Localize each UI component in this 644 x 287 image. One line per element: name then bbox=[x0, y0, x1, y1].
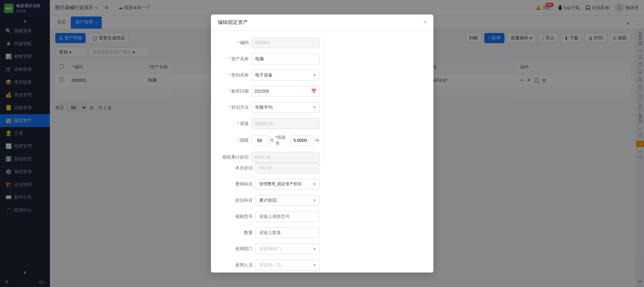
monthly-dep-input bbox=[255, 163, 319, 173]
form-item-original-value: *原值 bbox=[222, 118, 319, 129]
modal-title: 编辑固定资产 bbox=[218, 19, 248, 26]
person-dropdown-icon: ▾ bbox=[313, 262, 316, 267]
residual-rate-label: *残值率 bbox=[275, 134, 289, 147]
form-item-purchase-date: *购买日期 202206 📅 bbox=[222, 86, 319, 97]
form-item-initial-dep: 期初累计折旧 bbox=[222, 152, 319, 163]
quantity-label: 数量 bbox=[226, 230, 253, 236]
dep-subject-dropdown-icon: ▾ bbox=[313, 198, 316, 203]
modal-close-btn[interactable]: × bbox=[423, 19, 426, 25]
dep-method-label: *折旧方法 bbox=[222, 104, 249, 110]
form-item-dep-method: *折旧方法 年限平均 ▾ bbox=[222, 102, 319, 113]
person-label: 使用人员 bbox=[226, 262, 253, 268]
form-right-col: 本月折旧 费用科目 管理费用_固定资产折旧 ▾ bbox=[218, 163, 324, 273]
purchase-date-label: *购买日期 bbox=[222, 88, 249, 94]
purchase-date-input[interactable]: 202206 📅 bbox=[251, 86, 319, 97]
form-item-dep-subject: 折旧科目 累计折旧 ▾ bbox=[226, 195, 319, 206]
modal-overlay: 编辑固定资产 × *编码 *资产名称 bbox=[0, 0, 644, 287]
dept-label: 使用部门 bbox=[226, 246, 253, 252]
period-label: *期限 bbox=[222, 137, 249, 144]
spec-input[interactable] bbox=[255, 211, 319, 222]
expense-subject-label: 费用科目 bbox=[226, 181, 253, 187]
category-label: *类别名称 bbox=[222, 72, 249, 78]
calendar-icon: 📅 bbox=[311, 89, 316, 94]
dep-method-dropdown-icon: ▾ bbox=[313, 105, 316, 110]
form-item-spec: 规格型号 bbox=[226, 211, 319, 222]
form-item-dept: 使用部门 请选择部门 ▾ bbox=[226, 244, 319, 254]
quantity-input[interactable] bbox=[255, 227, 319, 238]
asset-name-input[interactable] bbox=[251, 54, 319, 64]
form-left-col: *编码 *资产名称 *类别名称 bbox=[218, 37, 324, 163]
form-item-category: *类别名称 电子设备 ▾ bbox=[222, 70, 319, 81]
edit-asset-modal: 编辑固定资产 × *编码 *资产名称 bbox=[211, 14, 433, 273]
original-value-label: *原值 bbox=[222, 121, 249, 127]
dept-dropdown-icon: ▾ bbox=[313, 246, 316, 251]
code-input[interactable] bbox=[251, 37, 319, 48]
form-item-quantity: 数量 bbox=[226, 227, 319, 238]
asset-name-label: *资产名称 bbox=[222, 56, 249, 62]
dep-subject-label: 折旧科目 bbox=[226, 197, 253, 203]
form-item-code: *编码 bbox=[222, 37, 319, 48]
person-select[interactable]: 请选择人员 ▾ bbox=[255, 260, 319, 270]
residual-rate-unit: % bbox=[315, 138, 319, 143]
initial-dep-label: 期初累计折旧 bbox=[222, 154, 249, 160]
form-item-period: *期限 月 *残值率 % bbox=[222, 134, 319, 147]
category-dropdown-icon: ▾ bbox=[313, 72, 316, 77]
period-unit-label: 月 bbox=[270, 137, 274, 144]
period-input[interactable] bbox=[251, 135, 268, 146]
period-row: 月 *残值率 % bbox=[251, 134, 319, 147]
expense-dropdown-icon: ▾ bbox=[313, 182, 316, 187]
dep-method-select[interactable]: 年限平均 ▾ bbox=[251, 102, 319, 113]
modal-header: 编辑固定资产 × bbox=[211, 14, 433, 31]
monthly-dep-label: 本月折旧 bbox=[226, 165, 253, 171]
form-item-monthly-dep: 本月折旧 bbox=[226, 163, 319, 173]
form-divider bbox=[324, 37, 324, 163]
form-item-person: 使用人员 请选择人员 ▾ bbox=[226, 260, 319, 270]
modal-body: *编码 *资产名称 *类别名称 bbox=[211, 31, 433, 273]
initial-dep-input[interactable] bbox=[251, 152, 319, 163]
form-item-asset-name: *资产名称 bbox=[222, 54, 319, 64]
code-label: *编码 bbox=[222, 40, 249, 46]
expense-subject-select[interactable]: 管理费用_固定资产折旧 ▾ bbox=[255, 179, 319, 190]
form-grid: *编码 *资产名称 *类别名称 bbox=[218, 37, 427, 273]
dep-subject-select[interactable]: 累计折旧 ▾ bbox=[255, 195, 319, 206]
dept-select[interactable]: 请选择部门 ▾ bbox=[255, 244, 319, 254]
original-value-input[interactable] bbox=[251, 118, 319, 129]
spec-label: 规格型号 bbox=[226, 214, 253, 220]
form-item-expense-subject: 费用科目 管理费用_固定资产折旧 ▾ bbox=[226, 179, 319, 190]
residual-rate-input[interactable] bbox=[290, 135, 314, 146]
category-select[interactable]: 电子设备 ▾ bbox=[251, 70, 319, 81]
